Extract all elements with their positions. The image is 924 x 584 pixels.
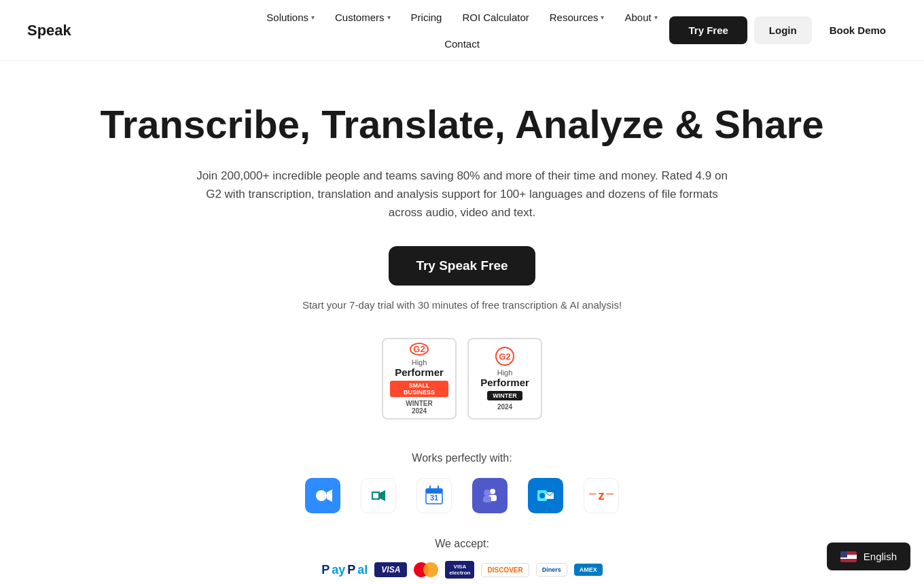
microsoft-teams-integration-icon xyxy=(472,478,508,513)
us-flag-icon xyxy=(840,551,857,562)
paypal-logo: PayPal xyxy=(321,563,368,577)
works-with-section: Works perfectly with: xyxy=(82,452,842,513)
outlook-integration-icon xyxy=(528,478,563,513)
g2-badge-small-business: G2 High Performer Small Business WINTER … xyxy=(382,338,457,419)
nav-links: Solutions ▾ Customers ▾ Pricing ROI Calc… xyxy=(231,6,693,55)
trial-text: Start your 7-day trial with 30 minutes o… xyxy=(82,299,842,311)
language-label: English xyxy=(864,551,897,562)
g2-badge-overall: G2 High Performer WINTER 2024 xyxy=(467,338,542,419)
svg-rect-7 xyxy=(426,489,442,494)
nav-actions: Try Free Login Book Demo xyxy=(669,16,897,44)
payment-section: We accept: PayPal VISA VISAelectron DISC… xyxy=(82,538,842,579)
svg-text:31: 31 xyxy=(430,494,438,502)
google-calendar-integration-icon: 31 xyxy=(416,478,452,513)
svg-point-18 xyxy=(539,493,545,498)
svg-point-14 xyxy=(484,489,491,496)
book-demo-button[interactable]: Book Demo xyxy=(819,16,897,44)
svg-rect-15 xyxy=(483,496,491,502)
diners-logo: Diners xyxy=(536,563,567,577)
chevron-down-icon: ▾ xyxy=(311,14,315,21)
hero-subtitle: Join 200,000+ incredible people and team… xyxy=(190,167,734,222)
svg-point-1 xyxy=(316,490,327,501)
amex-logo: AMEX xyxy=(574,564,603,576)
chevron-down-icon: ▾ xyxy=(601,14,604,21)
nav-resources[interactable]: Resources ▾ xyxy=(541,6,613,29)
mastercard-logo xyxy=(414,562,438,577)
we-accept-label: We accept: xyxy=(82,538,842,550)
nav-logo[interactable]: Speak xyxy=(27,22,71,39)
nav-about[interactable]: About ▾ xyxy=(616,6,665,29)
svg-text:—: — xyxy=(607,489,614,498)
visa-electron-logo: VISAelectron xyxy=(445,561,474,579)
zapier-integration-icon: z — — xyxy=(584,478,619,513)
nav-customers[interactable]: Customers ▾ xyxy=(327,6,399,29)
visa-card-logo: VISA xyxy=(374,562,407,577)
svg-text:—: — xyxy=(589,489,597,498)
login-button[interactable]: Login xyxy=(754,16,812,44)
hero-section: Transcribe, Translate, Analyze & Share J… xyxy=(54,61,870,584)
zoom-integration-icon xyxy=(305,478,340,513)
chevron-down-icon: ▾ xyxy=(654,14,658,21)
hero-cta-button[interactable]: Try Speak Free xyxy=(389,246,535,286)
nav-solutions[interactable]: Solutions ▾ xyxy=(258,6,323,29)
payment-logos: PayPal VISA VISAelectron DISCOVER Diners… xyxy=(82,561,842,579)
discover-logo: DISCOVER xyxy=(481,563,529,577)
hero-title: Transcribe, Translate, Analyze & Share xyxy=(82,102,842,148)
integrations-row: 31 xyxy=(82,478,842,513)
navbar: Speak Solutions ▾ Customers ▾ Pricing RO… xyxy=(0,0,924,61)
g2-logo-icon: G2 xyxy=(495,347,514,366)
nav-roi-calculator[interactable]: ROI Calculator xyxy=(454,6,537,29)
chevron-down-icon: ▾ xyxy=(387,14,391,21)
badges-row: G2 High Performer Small Business WINTER … xyxy=(82,338,842,419)
google-meet-integration-icon xyxy=(361,478,396,513)
nav-contact[interactable]: Contact xyxy=(436,33,488,55)
g2-logo-icon: G2 xyxy=(410,343,429,356)
nav-pricing[interactable]: Pricing xyxy=(403,6,450,29)
works-with-label: Works perfectly with: xyxy=(82,452,842,464)
language-selector[interactable]: English xyxy=(827,543,910,570)
svg-point-12 xyxy=(490,489,495,494)
svg-rect-4 xyxy=(373,493,378,498)
svg-text:z: z xyxy=(599,489,605,502)
